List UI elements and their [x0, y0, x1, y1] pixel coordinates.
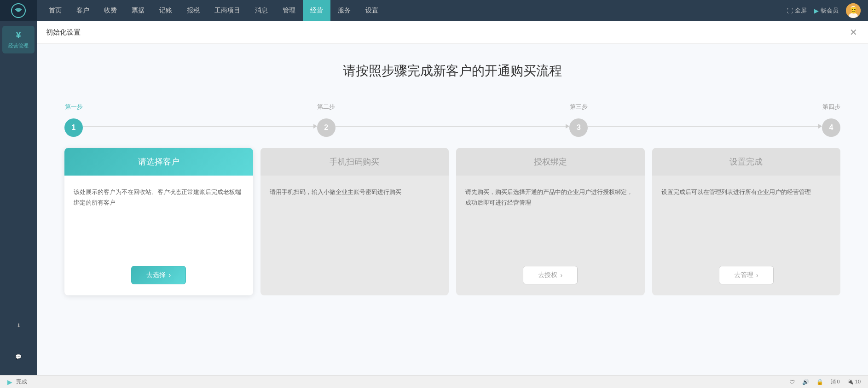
arrow-2: [566, 124, 569, 129]
go-select-button[interactable]: 去选择 ›: [131, 266, 186, 284]
chat-icon: 消 0: [831, 378, 840, 385]
download-icon: ⬇: [17, 323, 21, 329]
go-authorize-button[interactable]: 去授权 ›: [523, 266, 578, 284]
nav-home[interactable]: 首页: [41, 0, 69, 21]
step4-circle: 4: [822, 118, 840, 137]
nav-manage[interactable]: 管理: [275, 0, 303, 21]
wizard-title: 请按照步骤完成新客户的开通购买流程: [64, 62, 840, 80]
status-label: 完成: [16, 378, 27, 386]
nav-billing[interactable]: 收费: [97, 0, 124, 21]
status-bar-left: ▶ 完成: [7, 378, 27, 386]
step4-label: 第四步: [822, 103, 840, 111]
arrow-1: [313, 124, 317, 129]
line-2: [336, 126, 566, 127]
nav-settings[interactable]: 设置: [358, 0, 386, 21]
logo-area: [0, 0, 37, 21]
arrow-3: [818, 124, 822, 129]
nav-tax[interactable]: 报税: [179, 0, 207, 21]
step-card-3: 授权绑定 请先购买，购买后选择开通的产品中的企业用户进行授权绑定，成功后即可进行…: [456, 148, 645, 295]
nav-message[interactable]: 消息: [248, 0, 275, 21]
close-button[interactable]: ✕: [848, 27, 859, 38]
page-title: 初始化设置: [46, 28, 81, 37]
step3-label: 第三步: [570, 103, 588, 111]
steps-indicator: 第一步 1 第二步 2 第三步: [64, 103, 840, 137]
content-header: 初始化设置 ✕: [37, 21, 868, 44]
sidebar-support[interactable]: 💬: [2, 343, 35, 370]
sidebar-item-label: 经营管理: [8, 42, 29, 49]
manage-arrow-icon: ›: [756, 271, 758, 279]
member-button[interactable]: ▶ 畅会员: [814, 6, 839, 15]
sidebar-item-operation[interactable]: ¥ 经营管理: [2, 26, 35, 53]
volume-icon: 🔊: [802, 379, 809, 385]
top-navigation: 首页 客户 收费 票据 记账 报税 工商项目 消息 管理 经营 服务 设置 ⛶ …: [0, 0, 868, 21]
status-bar: ▶ 完成 🛡 🔊 🔒 消 0 🔌 10: [0, 375, 868, 388]
card1-body: 该处展示的客户为不在回收站、客户状态正常建账后完成老板端绑定的所有客户: [64, 176, 253, 259]
svg-text:😊: 😊: [850, 6, 858, 14]
fullscreen-icon: ⛶: [787, 7, 793, 14]
step-indicator-2: 第二步 2: [317, 103, 336, 137]
card4-body: 设置完成后可以在管理列表进行所有企业用户的经营管理: [652, 176, 841, 259]
card2-body: 请用手机扫码，输入小微企业主账号密码进行购买: [260, 176, 449, 277]
nav-invoice[interactable]: 票据: [124, 0, 152, 21]
lock-icon: 🔒: [816, 379, 823, 385]
yuan-icon: ¥: [16, 30, 21, 41]
step-indicator-3: 第三步 3: [569, 103, 588, 137]
sidebar-bottom: ⬇ 💬: [2, 312, 35, 370]
step1-circle: 1: [64, 118, 83, 137]
nav-right-area: ⛶ 全屏 ▶ 畅会员 😊: [787, 3, 868, 18]
play-status-icon: ▶: [7, 378, 12, 386]
line-3: [588, 126, 818, 127]
nav-service[interactable]: 服务: [330, 0, 358, 21]
card1-header: 请选择客户: [64, 148, 253, 176]
card4-footer: 去管理 ›: [652, 259, 841, 295]
nav-accounting[interactable]: 记账: [152, 0, 179, 21]
step-card-1: 请选择客户 该处展示的客户为不在回收站、客户状态正常建账后完成老板端绑定的所有客…: [64, 148, 253, 295]
main-layout: ¥ 经营管理 ⬇ 💬 初始化设置 ✕ 请按照步骤完成新客户的开通购买流程: [0, 21, 868, 375]
card3-footer: 去授权 ›: [456, 259, 645, 295]
authorize-arrow-icon: ›: [560, 271, 562, 279]
step1-label: 第一步: [65, 103, 83, 111]
connector-3-4: [588, 103, 822, 129]
shield-icon: 🛡: [789, 379, 795, 385]
line-1: [83, 126, 313, 127]
step2-circle: 2: [317, 118, 336, 137]
step-cards: 请选择客户 该处展示的客户为不在回收站、客户状态正常建账后完成老板端绑定的所有客…: [64, 148, 840, 295]
step2-label: 第二步: [317, 103, 335, 111]
select-arrow-icon: ›: [168, 271, 171, 279]
go-manage-button[interactable]: 去管理 ›: [719, 266, 774, 284]
nav-industry[interactable]: 工商项目: [207, 0, 248, 21]
wizard-content: 请按照步骤完成新客户的开通购买流程 第一步 1 第二步 2: [37, 44, 868, 375]
user-avatar[interactable]: 😊: [846, 3, 861, 18]
connector-2-3: [336, 103, 570, 129]
support-icon: 💬: [15, 354, 22, 360]
card2-footer: [260, 277, 449, 295]
sidebar: ¥ 经营管理 ⬇ 💬: [0, 21, 37, 375]
step3-circle: 3: [569, 118, 588, 137]
status-bar-right: 🛡 🔊 🔒 消 0 🔌 10: [789, 378, 861, 385]
step-indicator-1: 第一步 1: [64, 103, 83, 137]
sidebar-download[interactable]: ⬇: [2, 312, 35, 339]
card4-header: 设置完成: [652, 148, 841, 176]
nav-menu: 首页 客户 收费 票据 记账 报税 工商项目 消息 管理 经营 服务 设置: [37, 0, 787, 21]
connector-1-2: [83, 103, 317, 129]
network-icon: 🔌 10: [847, 379, 861, 385]
step-card-2: 手机扫码购买 请用手机扫码，输入小微企业主账号密码进行购买: [260, 148, 449, 295]
card3-body: 请先购买，购买后选择开通的产品中的企业用户进行授权绑定，成功后即可进行经营管理: [456, 176, 645, 259]
app-logo: [11, 3, 26, 18]
play-nav-icon: ▶: [814, 7, 819, 14]
card3-header: 授权绑定: [456, 148, 645, 176]
nav-operation[interactable]: 经营: [303, 0, 330, 21]
card2-header: 手机扫码购买: [260, 148, 449, 176]
step-indicator-4: 第四步 4: [822, 103, 840, 137]
content-area: 初始化设置 ✕ 请按照步骤完成新客户的开通购买流程 第一步 1 第二步: [37, 21, 868, 375]
card1-footer: 去选择 ›: [64, 259, 253, 295]
step-card-4: 设置完成 设置完成后可以在管理列表进行所有企业用户的经营管理 去管理 ›: [652, 148, 841, 295]
nav-customer[interactable]: 客户: [69, 0, 97, 21]
fullscreen-button[interactable]: ⛶ 全屏: [787, 6, 807, 15]
